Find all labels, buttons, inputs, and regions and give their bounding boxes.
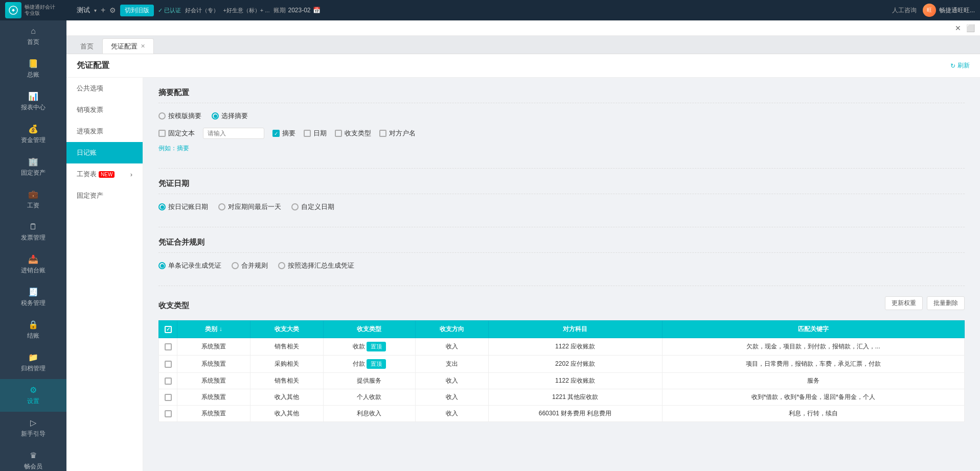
col-main-type: 收支大类: [250, 321, 324, 338]
batch-delete-btn[interactable]: 批量删除: [927, 296, 965, 310]
topbar-dropdown-icon[interactable]: ▾: [94, 8, 97, 13]
refresh-btn[interactable]: ↻ 刷新: [950, 61, 970, 70]
radio-period-last[interactable]: 对应期间最后一天: [218, 202, 281, 211]
checkbox-summary[interactable]: ✓ 摘要: [272, 129, 295, 138]
income-expense-table: ✓ 类别 ↓ 收支大类 收支类型 收支方向 对方科目 匹配关键字: [158, 320, 965, 422]
support-link[interactable]: 人工咨询: [892, 6, 917, 15]
settings-layout: 公共选项 销项发票 进项发票 日记账 工资表 NEW › 固定资产: [66, 78, 980, 471]
tab-bar: 首页 凭证配置 ✕: [66, 36, 980, 54]
row-main-type-4: 收入其他: [250, 389, 324, 406]
topbar-settings-icon[interactable]: ⚙: [109, 6, 116, 14]
top-close-bar: ✕ ⬜: [66, 20, 980, 36]
home-icon: ⌂: [31, 27, 36, 36]
settings-sidebar-payroll-label: 工资表 NEW: [77, 170, 115, 179]
sidebar-label-archive: 归档管理: [21, 364, 45, 373]
sidebar-item-guide[interactable]: ▷ 新手引导: [0, 412, 66, 444]
sidebar-item-invoice[interactable]: 🗒 发票管理: [0, 216, 66, 248]
sidebar-label-purchase: 进销台账: [21, 266, 45, 275]
radio-custom-date[interactable]: 自定义日期: [291, 202, 334, 211]
sidebar-item-salary[interactable]: 💼 工资: [0, 183, 66, 216]
row-checkbox-2[interactable]: [159, 356, 177, 373]
radio-merge[interactable]: 合并规则: [232, 261, 268, 270]
tab-voucher-label: 凭证配置: [111, 42, 138, 51]
checkbox-counterparty-box: [379, 130, 386, 137]
select-all-checkbox[interactable]: ✓: [165, 326, 172, 333]
radio-single[interactable]: 单条记录生成凭证: [158, 261, 221, 270]
ledger-icon: 📒: [28, 59, 38, 68]
sidebar-item-funds[interactable]: 💰 资金管理: [0, 118, 66, 151]
sidebar-item-report[interactable]: 📊 报表中心: [0, 85, 66, 118]
fixed-text-input[interactable]: [203, 128, 264, 139]
radio-select-summary[interactable]: 按照选择汇总生成凭证: [278, 261, 354, 270]
radio-select[interactable]: 选择摘要: [212, 111, 248, 121]
row-checkbox-4[interactable]: [159, 389, 177, 406]
voucher-date-title: 凭证日期: [158, 179, 965, 194]
checkbox-summary-label: 摘要: [282, 129, 295, 138]
row-checkbox-3[interactable]: [159, 373, 177, 389]
table-actions: 更新权重 批量删除: [885, 296, 965, 310]
close-icon[interactable]: ✕: [955, 24, 961, 32]
sidebar-item-home[interactable]: ⌂ 首页: [0, 20, 66, 53]
settings-sidebar-sales[interactable]: 销项发票: [66, 99, 143, 121]
switch-version-btn[interactable]: 切到旧版: [120, 5, 154, 16]
tab-home[interactable]: 首页: [72, 38, 102, 54]
row-keywords-3: 服务: [662, 373, 965, 389]
checkbox-type[interactable]: 收支类型: [335, 129, 371, 138]
sidebar-item-member[interactable]: ♛ 畅会员: [0, 444, 66, 471]
row-checkbox-1[interactable]: [159, 338, 177, 356]
settings-sidebar-public[interactable]: 公共选项: [66, 78, 143, 99]
settings-sidebar-journal[interactable]: 日记账: [66, 142, 143, 163]
checkbox-fixed-text[interactable]: 固定文本: [158, 129, 195, 138]
top-tag-1[interactable]: 置顶: [367, 342, 386, 351]
table-row: 系统预置 采购相关 付款 置顶 支出 2202 应付账款 项目，日常费用，报销款…: [159, 356, 965, 373]
sidebar-item-purchase[interactable]: 📥 进销台账: [0, 248, 66, 281]
settings-sidebar-purchase-invoice[interactable]: 进项发票: [66, 121, 143, 142]
row-checkbox-5[interactable]: [159, 406, 177, 422]
radio-select-summary-label: 按照选择汇总生成凭证: [288, 261, 354, 270]
archive-icon: 📁: [28, 352, 38, 362]
merge-rules-title: 凭证合并规则: [158, 238, 965, 253]
sidebar-item-tax[interactable]: 🧾 税务管理: [0, 281, 66, 314]
tab-voucher-close[interactable]: ✕: [141, 43, 145, 50]
top-tag-2[interactable]: 置顶: [367, 359, 386, 369]
row-keywords-2: 项目，日常费用，报销款，车费，承兑汇票，付款: [662, 356, 965, 373]
sidebar-item-ledger[interactable]: 📒 总账: [0, 53, 66, 85]
purchase-icon: 📥: [28, 254, 38, 264]
summary-config-section: 摘要配置 按模版摘要 选择摘要: [158, 88, 965, 153]
tab-voucher-config[interactable]: 凭证配置 ✕: [102, 38, 154, 54]
sidebar-label-member: 畅会员: [24, 462, 42, 471]
summary-config-title: 摘要配置: [158, 88, 965, 103]
row-keywords-4: 收到*借款，收到*备用金，退回*备用金，个人: [662, 389, 965, 406]
summary-checkbox-row: 固定文本 ✓ 摘要 日期 收支类型: [158, 128, 965, 139]
checkbox-date[interactable]: 日期: [304, 129, 327, 138]
topbar-title: 测试: [77, 6, 90, 15]
username: 畅捷通旺旺...: [939, 6, 975, 15]
user-area[interactable]: 旺 畅捷通旺旺...: [923, 4, 975, 17]
accounting-tag: 好会计（专）: [185, 7, 219, 14]
income-expense-section: 收支类型 更新权重 批量删除 ✓ 类别 ↓: [158, 296, 965, 422]
row-sub-type-4: 个人收款: [324, 389, 415, 406]
radio-journal-date[interactable]: 按日记账日期: [158, 202, 208, 211]
settings-sidebar-payroll[interactable]: 工资表 NEW ›: [66, 163, 143, 185]
sidebar-item-settings[interactable]: ⚙ 设置: [0, 379, 66, 412]
maximize-icon[interactable]: ⬜: [966, 24, 975, 32]
checkbox-counterparty[interactable]: 对方户名: [379, 129, 416, 138]
settings-sidebar-fixed-assets[interactable]: 固定资产: [66, 185, 143, 206]
invoice-icon: 🗒: [29, 222, 37, 231]
radio-template[interactable]: 按模版摘要: [158, 111, 201, 121]
topbar-add-icon[interactable]: +: [101, 6, 105, 15]
sidebar-item-closing[interactable]: 🔒 结账: [0, 314, 66, 346]
table-row: 系统预置 销售相关 提供服务 收入 1122 应收账款 服务: [159, 373, 965, 389]
col-category[interactable]: 类别 ↓: [177, 321, 250, 338]
col-keywords: 匹配关键字: [662, 321, 965, 338]
col-checkbox: ✓: [159, 321, 177, 338]
row-category-1: 系统预置: [177, 338, 250, 356]
sidebar-label-salary: 工资: [27, 201, 39, 210]
merge-rules-radio-group: 单条记录生成凭证 合并规则 按照选择汇总生成凭证: [158, 261, 965, 270]
table-row: 系统预置 收入其他 利息收入 收入 660301 财务费用 利息费用 利息，行转…: [159, 406, 965, 422]
salary-icon: 💼: [28, 190, 38, 199]
row-main-type-3: 销售相关: [250, 373, 324, 389]
sidebar-item-archive[interactable]: 📁 归档管理: [0, 346, 66, 379]
update-weight-btn[interactable]: 更新权重: [885, 296, 923, 310]
sidebar-item-assets[interactable]: 🏢 固定资产: [0, 151, 66, 183]
